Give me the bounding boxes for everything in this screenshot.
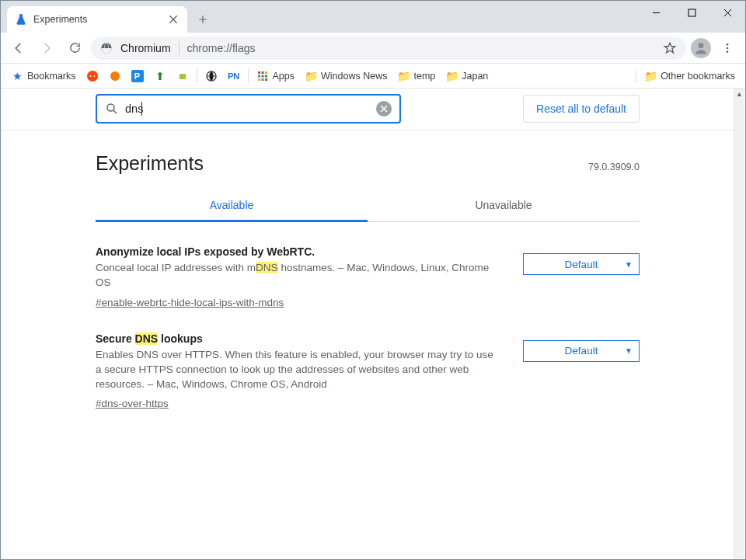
svg-rect-19 — [258, 78, 260, 81]
tree-icon: ⬆ — [154, 70, 166, 82]
bookmark-folder[interactable]: 📁temp — [395, 68, 437, 84]
svg-rect-21 — [265, 78, 267, 81]
bookmarks-bar: ★Bookmarks P ⬆ PN Apps 📁Windows News 📁te… — [1, 64, 745, 89]
browser-tab[interactable]: Experiments — [7, 6, 187, 33]
window-controls — [638, 1, 745, 24]
globe-icon — [205, 70, 218, 82]
flag-anchor[interactable]: #enable-webrtc-hide-local-ips-with-mdns — [96, 297, 284, 308]
separator — [636, 69, 636, 83]
flag-select[interactable]: Default — [523, 340, 640, 362]
back-button[interactable] — [7, 37, 30, 60]
close-window-button[interactable] — [709, 1, 745, 24]
svg-rect-20 — [261, 78, 263, 81]
bookmark-star-icon[interactable] — [663, 41, 677, 55]
svg-rect-0 — [688, 9, 695, 16]
flag-anchor[interactable]: #dns-over-https — [96, 398, 169, 409]
folder-icon: 📁 — [445, 70, 458, 82]
bookmark-item[interactable] — [106, 68, 124, 84]
bookmark-item[interactable]: ★Bookmarks — [9, 68, 78, 84]
folder-icon: 📁 — [305, 70, 317, 82]
android-icon — [176, 70, 189, 82]
minimize-button[interactable] — [638, 1, 674, 24]
flag-title: Secure DNS lookups — [96, 332, 500, 345]
tab-title: Experiments — [33, 14, 87, 25]
flag-select[interactable]: Default — [523, 253, 640, 275]
svg-rect-17 — [261, 75, 263, 77]
tab-unavailable[interactable]: Unavailable — [368, 189, 640, 222]
svg-point-22 — [107, 104, 114, 111]
folder-icon: 📁 — [644, 70, 657, 82]
clear-search-button[interactable] — [376, 101, 392, 117]
omnibox-url: chrome://flags — [187, 42, 655, 54]
reddit-icon — [86, 70, 99, 82]
flag-entry: Secure DNS lookups Enables DNS over HTTP… — [96, 309, 640, 411]
viewport: dns Reset all to default Experiments 79.… — [2, 89, 744, 558]
omnibox-prefix: Chromium — [120, 42, 171, 54]
bookmark-item[interactable]: ⬆ — [152, 68, 169, 84]
omnibox-separator — [179, 41, 180, 55]
tab-strip: Available Unavailable — [96, 189, 640, 222]
site-icon: PN — [228, 70, 240, 82]
site-info-icon[interactable] — [100, 42, 113, 54]
svg-rect-18 — [265, 75, 267, 77]
svg-rect-16 — [258, 75, 260, 77]
search-input[interactable]: dns — [125, 103, 143, 115]
bookmark-folder[interactable]: 📁Japan — [443, 68, 490, 84]
svg-rect-13 — [258, 71, 260, 74]
menu-button[interactable] — [716, 37, 739, 60]
text-caret — [141, 102, 142, 116]
ball-icon — [109, 70, 121, 82]
flag-description: Enables DNS over HTTPS. When this featur… — [96, 348, 500, 392]
maximize-button[interactable] — [674, 1, 709, 24]
svg-point-5 — [727, 47, 729, 49]
folder-icon: 📁 — [397, 70, 410, 82]
svg-point-4 — [727, 43, 729, 46]
star-icon: ★ — [11, 70, 23, 82]
separator — [197, 69, 197, 83]
bookmark-item[interactable]: PN — [225, 68, 242, 84]
bookmark-item[interactable] — [174, 68, 191, 84]
svg-point-10 — [110, 71, 120, 81]
search-input-wrap[interactable]: dns — [96, 94, 401, 123]
separator — [248, 69, 249, 83]
reload-button[interactable] — [63, 37, 86, 60]
flag-entry: Anonymize local IPs exposed by WebRTC. C… — [96, 222, 640, 309]
svg-point-9 — [93, 75, 95, 77]
svg-rect-15 — [265, 71, 267, 74]
svg-point-7 — [87, 71, 98, 82]
bookmark-item[interactable]: P — [129, 68, 146, 84]
close-tab-button[interactable] — [167, 13, 180, 26]
page-content: dns Reset all to default Experiments 79.… — [2, 89, 734, 558]
svg-point-3 — [699, 43, 704, 48]
svg-point-6 — [727, 50, 729, 53]
other-bookmarks[interactable]: 📁Other bookmarks — [642, 68, 737, 84]
page-title: Experiments — [96, 152, 204, 175]
tab-available[interactable]: Available — [96, 189, 368, 222]
bookmark-item[interactable]: Apps — [254, 68, 298, 84]
toolbar: Chromium chrome://flags — [1, 33, 745, 64]
bookmark-item[interactable] — [203, 68, 220, 84]
apps-icon — [256, 70, 269, 82]
chrome-window: Experiments Chromium chrome://flags — [0, 0, 746, 560]
search-icon — [105, 102, 119, 116]
bookmark-item[interactable] — [84, 68, 101, 84]
omnibox[interactable]: Chromium chrome://flags — [91, 37, 686, 60]
version-label: 79.0.3909.0 — [588, 162, 640, 172]
new-tab-button[interactable] — [192, 9, 214, 30]
flag-description: Conceal local IP addresses with mDNS hos… — [96, 261, 500, 290]
profile-avatar[interactable] — [691, 38, 711, 58]
forward-button[interactable] — [35, 37, 58, 60]
svg-point-8 — [89, 75, 91, 77]
p-icon: P — [131, 70, 144, 82]
svg-rect-11 — [180, 74, 186, 79]
flag-title: Anonymize local IPs exposed by WebRTC. — [96, 245, 500, 258]
svg-rect-14 — [261, 71, 263, 74]
reset-all-button[interactable]: Reset all to default — [523, 95, 640, 123]
scroll-up-button[interactable]: ▲ — [734, 89, 744, 99]
bookmark-folder[interactable]: 📁Windows News — [302, 68, 389, 84]
scrollbar[interactable]: ▲ — [734, 89, 744, 558]
flask-icon — [15, 13, 27, 26]
titlebar: Experiments — [1, 1, 745, 33]
